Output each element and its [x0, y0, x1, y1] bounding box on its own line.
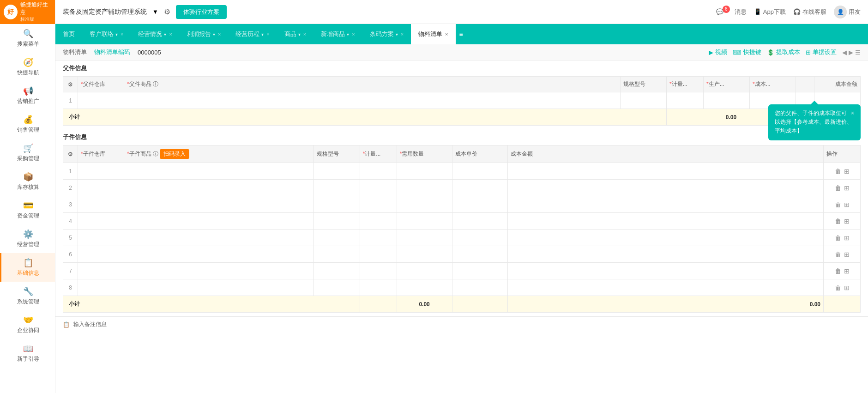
gear-icon[interactable]: ⚙ — [164, 7, 170, 16]
tab-close-icon[interactable]: × — [121, 31, 123, 37]
tab-close-icon[interactable]: × — [352, 31, 355, 37]
delete-icon[interactable]: 🗑 — [835, 251, 841, 258]
child-spec-cell[interactable] — [313, 230, 360, 246]
delete-icon[interactable]: 🗑 — [835, 234, 841, 242]
child-spec-cell[interactable] — [313, 246, 360, 263]
tab-close-icon[interactable]: × — [445, 31, 448, 37]
scan-button[interactable]: 扫码录入 — [160, 149, 189, 159]
parent-unit-cell[interactable] — [667, 92, 704, 109]
user-item[interactable]: 👤 用友 — [834, 6, 861, 18]
next-icon[interactable]: ▶ — [849, 49, 853, 56]
single-settings-btn[interactable]: ⊞ 单据设置 — [806, 48, 837, 56]
copy-icon[interactable]: ⊞ — [844, 234, 850, 242]
child-product-cell[interactable] — [124, 163, 314, 180]
child-product-cell[interactable] — [124, 180, 314, 196]
view-btn[interactable]: ▶ 视频 — [709, 48, 727, 56]
child-unit-cell[interactable] — [360, 163, 397, 180]
trial-button[interactable]: 体验行业方案 — [176, 5, 227, 19]
online-service-item[interactable]: 🎧 在线客服 — [793, 8, 826, 16]
child-qty-cell[interactable] — [397, 180, 452, 196]
tab-customer[interactable]: 客户联络 ▾ × — [82, 24, 131, 44]
child-unit-cost-cell[interactable] — [452, 263, 507, 279]
breadcrumb-bom[interactable]: 物料清单 — [63, 48, 87, 56]
parent-produce-cell[interactable] — [704, 92, 750, 109]
close-all-tabs-icon[interactable]: ≡ — [456, 30, 467, 38]
child-qty-cell[interactable] — [397, 263, 452, 279]
child-unit-cell[interactable] — [360, 196, 397, 213]
child-product-cell[interactable] — [124, 213, 314, 230]
tab-close-icon[interactable]: × — [218, 31, 221, 37]
tab-barcode[interactable]: 条码方案 ▾ × — [362, 24, 411, 44]
tab-close-icon[interactable]: × — [169, 31, 172, 37]
sidebar-search[interactable]: 🔍 搜索菜单 — [0, 24, 55, 53]
child-spec-cell[interactable] — [313, 263, 360, 279]
sidebar-item-basic[interactable]: 📋 基础信息 — [0, 253, 55, 282]
child-qty-cell[interactable] — [397, 163, 452, 180]
prev-icon[interactable]: ◀ — [842, 49, 847, 56]
tab-close-icon[interactable]: × — [266, 31, 269, 37]
menu-icon[interactable]: ☰ — [855, 49, 861, 56]
child-warehouse-cell[interactable] — [78, 196, 124, 213]
topbar-dropdown[interactable]: ▼ — [152, 8, 158, 15]
child-spec-cell[interactable] — [313, 279, 360, 296]
child-warehouse-cell[interactable] — [78, 180, 124, 196]
child-amount-cell[interactable] — [507, 246, 823, 263]
copy-icon[interactable]: ⊞ — [844, 284, 850, 291]
sidebar-item-guide[interactable]: 📖 新手引导 — [0, 339, 55, 368]
delete-icon[interactable]: 🗑 — [835, 201, 841, 208]
tooltip-close-button[interactable]: × — [851, 109, 854, 118]
sidebar-item-purchase[interactable]: 🛒 采购管理 — [0, 139, 55, 167]
sidebar-item-system[interactable]: 🔧 系统管理 — [0, 282, 55, 310]
child-amount-cell[interactable] — [507, 196, 823, 213]
child-spec-cell[interactable] — [313, 180, 360, 196]
child-unit-cell[interactable] — [360, 263, 397, 279]
delete-icon[interactable]: 🗑 — [835, 284, 841, 291]
child-unit-cost-cell[interactable] — [452, 180, 507, 196]
child-spec-cell[interactable] — [313, 196, 360, 213]
copy-icon[interactable]: ⊞ — [844, 251, 850, 258]
child-product-cell[interactable] — [124, 230, 314, 246]
tab-profit[interactable]: 利润报告 ▾ × — [180, 24, 228, 44]
sidebar-item-ops[interactable]: ⚙️ 经营管理 — [0, 224, 55, 253]
copy-icon[interactable]: ⊞ — [844, 184, 850, 192]
child-unit-cost-cell[interactable] — [452, 246, 507, 263]
tab-close-icon[interactable]: × — [401, 31, 404, 37]
child-unit-cell[interactable] — [360, 213, 397, 230]
child-amount-cell[interactable] — [507, 230, 823, 246]
delete-icon[interactable]: 🗑 — [835, 168, 841, 175]
child-unit-cost-cell[interactable] — [452, 230, 507, 246]
tab-history[interactable]: 经营历程 ▾ × — [228, 24, 277, 44]
child-product-cell[interactable] — [124, 263, 314, 279]
parent-spec-cell[interactable] — [621, 92, 667, 109]
child-qty-cell[interactable] — [397, 246, 452, 263]
child-qty-cell[interactable] — [397, 279, 452, 296]
sidebar-item-quick-nav[interactable]: 🧭 快捷导航 — [0, 53, 55, 81]
child-qty-cell[interactable] — [397, 230, 452, 246]
child-unit-cost-cell[interactable] — [452, 196, 507, 213]
child-qty-cell[interactable] — [397, 196, 452, 213]
child-unit-cell[interactable] — [360, 180, 397, 196]
child-product-cell[interactable] — [124, 246, 314, 263]
child-unit-cost-cell[interactable] — [452, 279, 507, 296]
sidebar-item-marketing[interactable]: 📢 营销推广 — [0, 81, 55, 110]
child-warehouse-cell[interactable] — [78, 263, 124, 279]
tab-operations[interactable]: 经营情况 ▾ × — [131, 24, 179, 44]
child-product-cell[interactable] — [124, 196, 314, 213]
child-amount-cell[interactable] — [507, 163, 823, 180]
child-amount-cell[interactable] — [507, 180, 823, 196]
sidebar-item-inventory[interactable]: 📦 库存核算 — [0, 167, 55, 196]
child-product-cell[interactable] — [124, 279, 314, 296]
parent-warehouse-cell[interactable] — [78, 92, 124, 109]
child-amount-cell[interactable] — [507, 263, 823, 279]
tab-bom[interactable]: 物料清单 × — [411, 24, 455, 44]
copy-icon[interactable]: ⊞ — [844, 201, 850, 208]
child-warehouse-cell[interactable] — [78, 230, 124, 246]
child-unit-cell[interactable] — [360, 279, 397, 296]
notifications-item[interactable]: 💬 6 消息 — [716, 8, 747, 16]
sidebar-item-sales[interactable]: 💰 销售管理 — [0, 110, 55, 139]
sidebar-item-collab[interactable]: 🤝 企业协同 — [0, 310, 55, 339]
child-unit-cell[interactable] — [360, 230, 397, 246]
child-warehouse-cell[interactable] — [78, 246, 124, 263]
copy-icon[interactable]: ⊞ — [844, 267, 850, 275]
note-label[interactable]: 输入备注信息 — [73, 320, 107, 328]
